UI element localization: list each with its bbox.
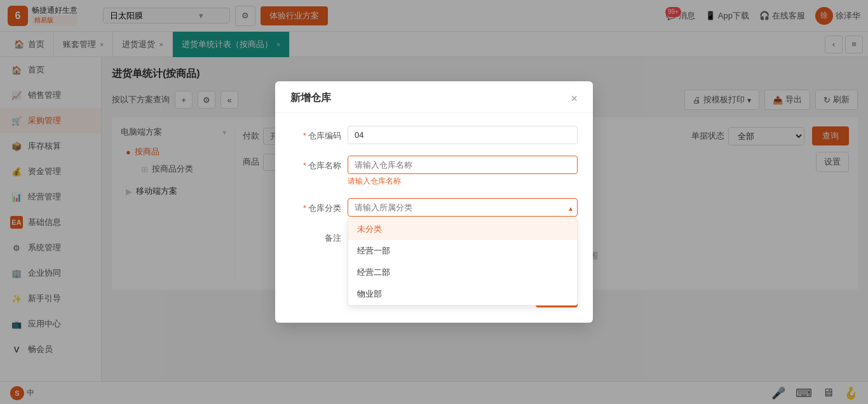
category-option-none[interactable]: 未分类 xyxy=(348,219,577,240)
category-option-dept1[interactable]: 经营一部 xyxy=(348,240,577,262)
category-arrow-icon[interactable] xyxy=(569,202,573,213)
modal-body: 仓库编码 仓库名称 请输入仓库名称 仓库分类 未分类 经营一部 xyxy=(275,113,593,268)
category-input[interactable] xyxy=(348,198,578,217)
code-form-row: 仓库编码 xyxy=(290,126,578,144)
name-error-tip: 请输入仓库名称 xyxy=(348,176,578,187)
code-control xyxy=(348,126,578,144)
name-input[interactable] xyxy=(348,156,578,174)
category-dropdown: 未分类 经营一部 经营二部 物业部 xyxy=(348,218,578,306)
note-label: 备注 xyxy=(290,228,348,244)
category-option-property[interactable]: 物业部 xyxy=(348,283,577,305)
name-control: 请输入仓库名称 xyxy=(348,156,578,187)
code-label: 仓库编码 xyxy=(290,126,348,142)
category-label: 仓库分类 xyxy=(290,198,348,214)
category-form-row: 仓库分类 未分类 经营一部 经营二部 物业部 xyxy=(290,198,578,217)
name-form-row: 仓库名称 请输入仓库名称 xyxy=(290,156,578,187)
category-control: 未分类 经营一部 经营二部 物业部 xyxy=(348,198,578,217)
new-warehouse-modal: 新增仓库 × 仓库编码 仓库名称 请输入仓库名称 仓库分类 xyxy=(275,81,593,323)
modal-close-btn[interactable]: × xyxy=(571,93,578,104)
modal-header: 新增仓库 × xyxy=(275,81,593,113)
modal-title: 新增仓库 xyxy=(290,91,331,105)
name-label: 仓库名称 xyxy=(290,156,348,172)
code-input[interactable] xyxy=(348,126,578,144)
category-option-dept2[interactable]: 经营二部 xyxy=(348,262,577,283)
